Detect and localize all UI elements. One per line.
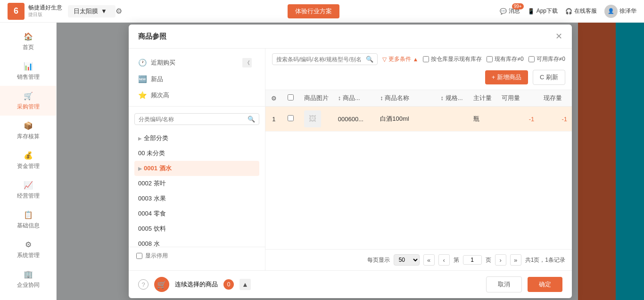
online-service-item[interactable]: 🎧 在线客服 bbox=[565, 7, 597, 15]
sidebar-label-home: 首页 bbox=[23, 43, 34, 51]
sidebar-item-finance[interactable]: 💰 资金管理 bbox=[0, 145, 56, 175]
next-page-button[interactable]: › bbox=[495, 254, 506, 266]
product-image: 🖼 bbox=[304, 110, 321, 127]
show-disabled-checkbox[interactable] bbox=[136, 253, 142, 259]
cancel-button[interactable]: 取消 bbox=[486, 276, 522, 292]
inventory-icon: 📦 bbox=[23, 120, 33, 131]
warehouse-checkbox[interactable] bbox=[423, 56, 429, 62]
operation-icon: 📈 bbox=[23, 180, 33, 190]
last-page-button[interactable]: » bbox=[510, 254, 521, 266]
sidebar: 🏠 首页 📊 销售管理 🛒 采购管理 📦 库存核算 💰 资金管理 📈 经营管理 … bbox=[0, 23, 57, 300]
product-table: ⚙ 商品图片 ↕ 商品... bbox=[265, 90, 572, 132]
search-icon: 🔍 bbox=[366, 56, 373, 63]
sidebar-item-operation[interactable]: 📈 经营管理 bbox=[0, 175, 56, 205]
user-item[interactable]: 👤 徐泽华 bbox=[604, 5, 636, 18]
prev-page-button[interactable]: ‹ bbox=[438, 254, 450, 266]
table-header-row: ⚙ 商品图片 ↕ 商品... bbox=[265, 90, 572, 107]
category-search-input[interactable] bbox=[139, 116, 245, 123]
confirm-button[interactable]: 确定 bbox=[528, 277, 562, 292]
nav-recent-purchase[interactable]: 🕐 近期购买 《 bbox=[129, 54, 265, 71]
collapse-btn[interactable]: 《 bbox=[242, 58, 252, 67]
sidebar-label-inventory: 库存核算 bbox=[17, 133, 40, 141]
search-bar: 🔍 bbox=[272, 53, 378, 65]
avail-checkbox[interactable] bbox=[528, 56, 535, 62]
cat-0008[interactable]: 0008 水 bbox=[134, 236, 259, 247]
sidebar-item-purchase[interactable]: 🛒 采购管理 bbox=[0, 86, 56, 116]
store-selector[interactable]: 日太阳膜 ▼ bbox=[68, 5, 116, 17]
cat-all[interactable]: ▶ 全部分类 bbox=[134, 131, 259, 146]
refresh-button[interactable]: C 刷新 bbox=[533, 70, 565, 85]
cat-00[interactable]: 00 未分类 bbox=[134, 146, 259, 161]
cat-0005[interactable]: 0005 饮料 bbox=[134, 221, 259, 236]
modal-right-panel: 🔍 ▽ 更多条件 ▲ 按仓库显示现有库存 bbox=[265, 49, 572, 270]
sidebar-item-inventory[interactable]: 📦 库存核算 bbox=[0, 116, 56, 145]
modal-overlay: 商品参照 ✕ 🕐 近期购买 《 🆕 新品 bbox=[57, 23, 644, 300]
cart-icon: 🛒 bbox=[154, 277, 169, 292]
td-check bbox=[282, 107, 299, 132]
modal-left-panel: 🕐 近期购买 《 🆕 新品 ⭐ 频次高 bbox=[129, 49, 265, 270]
category-tree: ▶ 全部分类 00 未分类 ▶ 0001 酒水 0002 茶 bbox=[129, 129, 265, 247]
online-service-label: 在线客服 bbox=[574, 7, 597, 15]
cat-0003-label: 0003 水果 bbox=[138, 194, 166, 203]
sales-icon: 📊 bbox=[23, 61, 33, 71]
category-search-icon: 🔍 bbox=[248, 116, 255, 123]
filter-label: 更多条件 bbox=[388, 55, 411, 63]
modal-close-button[interactable]: ✕ bbox=[555, 31, 562, 42]
sidebar-item-basic[interactable]: 📋 基础信息 bbox=[0, 205, 56, 234]
filter-arrow-icon: ▲ bbox=[413, 56, 419, 63]
stock-checkbox[interactable] bbox=[487, 56, 493, 62]
sidebar-item-system[interactable]: ⚙ 系统管理 bbox=[0, 234, 56, 264]
content-area: 商品参照 ✕ 🕐 近期购买 《 🆕 新品 bbox=[57, 23, 644, 300]
sidebar-item-guide[interactable]: 🌟 新手引导 bbox=[0, 294, 56, 300]
sidebar-label-finance: 资金管理 bbox=[17, 162, 40, 170]
logo: 6 畅捷通好生意 捷目版 bbox=[8, 3, 64, 20]
modal-dialog: 商品参照 ✕ 🕐 近期购买 《 🆕 新品 bbox=[129, 25, 572, 298]
stock-checkbox-label[interactable]: 现有库存≠0 bbox=[487, 55, 523, 63]
avail-checkbox-label[interactable]: 可用库存≠0 bbox=[528, 55, 565, 63]
filter-button[interactable]: ▽ 更多条件 ▲ bbox=[382, 55, 419, 63]
up-button[interactable]: ▲ bbox=[239, 279, 251, 290]
table-row[interactable]: 1 🖼 000600... 白酒100ml bbox=[265, 107, 572, 132]
nav-frequent[interactable]: ⭐ 频次高 bbox=[129, 87, 265, 103]
settings-icon: ⚙ bbox=[271, 95, 277, 102]
nav-new-products[interactable]: 🆕 新品 bbox=[129, 71, 265, 87]
experience-button[interactable]: 体验行业方案 bbox=[288, 4, 339, 18]
help-button[interactable]: ? bbox=[138, 279, 149, 290]
page-input[interactable] bbox=[463, 255, 482, 265]
avatar: 👤 bbox=[604, 5, 618, 18]
cat-0001[interactable]: ▶ 0001 酒水 bbox=[134, 161, 259, 176]
sidebar-item-sales[interactable]: 📊 销售管理 bbox=[0, 56, 56, 86]
show-disabled-wrap: 显示停用 bbox=[129, 247, 265, 265]
pagination: 每页显示 50 100 200 « ‹ 第 页 › bbox=[265, 249, 572, 270]
cat-0001-label: 0001 酒水 bbox=[144, 164, 172, 173]
arrow-icon: ▶ bbox=[138, 136, 142, 141]
frequent-icon: ⭐ bbox=[138, 91, 147, 100]
cat-0008-label: 0008 水 bbox=[138, 240, 160, 247]
per-page-select[interactable]: 50 100 200 bbox=[394, 254, 420, 266]
first-page-button[interactable]: « bbox=[423, 254, 435, 266]
navbar-center: 体验行业方案 bbox=[128, 4, 500, 18]
sidebar-item-collab[interactable]: 🏢 企业协同 bbox=[0, 264, 56, 294]
avail-label: 可用库存≠0 bbox=[537, 55, 565, 63]
gear-button[interactable]: ⚙ bbox=[116, 7, 122, 16]
sidebar-label-sales: 销售管理 bbox=[17, 73, 40, 81]
cat-0003[interactable]: 0003 水果 bbox=[134, 191, 259, 206]
cat-0004[interactable]: 0004 零食 bbox=[134, 206, 259, 221]
td-spec bbox=[436, 107, 469, 132]
cat-0002[interactable]: 0002 茶叶 bbox=[134, 176, 259, 191]
row-checkbox[interactable] bbox=[288, 115, 294, 121]
modal-footer: ? 🛒 连续选择的商品 0 ▲ 取消 确定 bbox=[129, 270, 572, 298]
warehouse-checkbox-label[interactable]: 按仓库显示现有库存 bbox=[423, 55, 482, 63]
search-input[interactable] bbox=[276, 56, 363, 63]
td-available: -1 bbox=[497, 107, 539, 132]
add-product-button[interactable]: + 新增商品 bbox=[485, 70, 528, 84]
td-code: 000600... bbox=[333, 107, 375, 132]
sidebar-item-home[interactable]: 🏠 首页 bbox=[0, 26, 56, 56]
phone-icon: 📱 bbox=[528, 8, 535, 15]
app-download-item[interactable]: 📱 App下载 bbox=[528, 7, 558, 15]
store-name: 日太阳膜 bbox=[74, 7, 98, 16]
home-icon: 🏠 bbox=[23, 31, 33, 42]
messages-item[interactable]: 💬 消息 99+ bbox=[500, 7, 520, 15]
select-all-checkbox[interactable] bbox=[288, 94, 294, 100]
finance-icon: 💰 bbox=[23, 150, 33, 160]
